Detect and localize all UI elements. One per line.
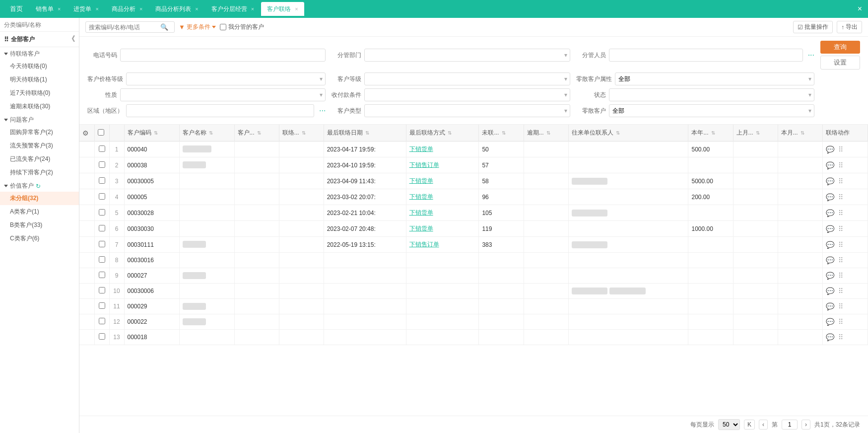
reset-button[interactable]: 设置 bbox=[820, 56, 860, 70]
grid-action-icon[interactable]: ⠿ bbox=[838, 272, 843, 280]
close-analysis-list-tab[interactable]: × bbox=[195, 6, 198, 12]
filter-payment-select[interactable] bbox=[364, 88, 570, 101]
filter-price-select[interactable] bbox=[126, 72, 326, 85]
close-purchase-tab[interactable]: × bbox=[95, 6, 98, 12]
th-this-month[interactable]: 本月... ⇅ bbox=[778, 125, 822, 142]
th-associate-contact[interactable]: 往来单位联系人 ⇅ bbox=[568, 125, 688, 142]
sidebar-item-churn-warning[interactable]: 流失预警客户(3) bbox=[0, 139, 79, 152]
td-checkbox[interactable] bbox=[94, 205, 109, 221]
td-last-method[interactable]: 下销货单 bbox=[406, 189, 479, 205]
grid-action-icon[interactable]: ⠿ bbox=[838, 318, 843, 326]
sidebar-all-customers[interactable]: ⠿ 全部客户 《 bbox=[0, 32, 79, 47]
filter-manager-input[interactable] bbox=[609, 49, 803, 62]
phone-action-icon[interactable]: 💬 bbox=[826, 318, 834, 326]
last-method-link[interactable]: 下销售订单 bbox=[409, 241, 439, 248]
grid-action-icon[interactable]: ⠿ bbox=[838, 209, 843, 217]
filter-nature-select[interactable] bbox=[120, 88, 326, 101]
select-all-checkbox[interactable] bbox=[98, 129, 104, 136]
row-checkbox[interactable] bbox=[99, 177, 105, 184]
row-checkbox[interactable] bbox=[99, 333, 105, 340]
filter-nature-select-wrap[interactable] bbox=[120, 88, 326, 101]
grid-action-icon[interactable]: ⠿ bbox=[838, 302, 843, 310]
last-method-link[interactable]: 下销货单 bbox=[409, 177, 433, 184]
filter-retail-attr-select-wrap[interactable]: 全部 bbox=[615, 72, 814, 85]
close-analysis-tab[interactable]: × bbox=[139, 6, 142, 12]
filter-cust-level-select[interactable] bbox=[364, 72, 570, 85]
sidebar-group-value[interactable]: 价值客户 ↻ bbox=[0, 179, 79, 192]
td-last-method[interactable]: 下销售订单 bbox=[406, 237, 479, 253]
phone-action-icon[interactable]: 💬 bbox=[826, 161, 834, 169]
grid-action-icon[interactable]: ⠿ bbox=[838, 287, 843, 295]
phone-action-icon[interactable]: 💬 bbox=[826, 256, 834, 264]
th-last-date[interactable]: 最后联络日期 ⇅ bbox=[324, 125, 406, 142]
phone-action-icon[interactable]: 💬 bbox=[826, 177, 834, 185]
td-checkbox[interactable] bbox=[94, 173, 109, 189]
phone-action-icon[interactable]: 💬 bbox=[826, 209, 834, 217]
next-page-button[interactable]: › bbox=[801, 420, 810, 430]
td-checkbox[interactable] bbox=[94, 157, 109, 173]
nav-tab-analysis-list[interactable]: 商品分析列表 × bbox=[149, 2, 204, 16]
td-checkbox[interactable] bbox=[94, 314, 109, 330]
row-checkbox[interactable] bbox=[99, 209, 105, 216]
th-this-year[interactable]: 本年... ⇅ bbox=[688, 125, 733, 142]
phone-action-icon[interactable]: 💬 bbox=[826, 302, 834, 310]
sidebar-search-input[interactable] bbox=[4, 21, 78, 28]
sidebar-item-group-a[interactable]: A类客户(1) bbox=[0, 205, 79, 218]
row-checkbox[interactable] bbox=[99, 256, 105, 263]
sidebar-group-waiting[interactable]: 待联络客户 bbox=[0, 47, 79, 60]
main-search-input[interactable] bbox=[89, 24, 158, 31]
phone-action-icon[interactable]: 💬 bbox=[826, 241, 834, 249]
sidebar-group-problem[interactable]: 问题客户 bbox=[0, 113, 79, 126]
phone-action-icon[interactable]: 💬 bbox=[826, 272, 834, 280]
th-overdue[interactable]: 逾期... ⇅ bbox=[524, 125, 568, 142]
nav-tab-purchase[interactable]: 进货单 × bbox=[67, 2, 104, 16]
row-checkbox[interactable] bbox=[99, 318, 105, 324]
my-customers-filter[interactable]: 我分管的客户 bbox=[220, 23, 264, 31]
phone-action-icon[interactable]: 💬 bbox=[826, 225, 834, 233]
filter-dept-select-wrap[interactable] bbox=[364, 49, 570, 62]
td-last-method[interactable]: 下销售订单 bbox=[406, 157, 479, 173]
sidebar-item-lost[interactable]: 已流失客户(24) bbox=[0, 152, 79, 166]
sidebar-item-unclassified[interactable]: 未分组(32) bbox=[0, 192, 79, 205]
sidebar-item-declining[interactable]: 持续下滑客户(2) bbox=[0, 166, 79, 179]
close-customer-tier-tab[interactable]: × bbox=[251, 6, 254, 12]
phone-action-icon[interactable]: 💬 bbox=[826, 145, 834, 153]
filter-payment-select-wrap[interactable] bbox=[364, 88, 570, 101]
close-sales-tab[interactable]: × bbox=[58, 6, 61, 12]
td-last-method[interactable]: 下销货单 bbox=[406, 205, 479, 221]
filter-price-select-wrap[interactable] bbox=[126, 72, 326, 85]
row-checkbox[interactable] bbox=[99, 161, 105, 168]
gear-icon[interactable]: ⚙ bbox=[82, 129, 89, 137]
td-checkbox[interactable] bbox=[94, 189, 109, 205]
close-customer-contact-tab[interactable]: × bbox=[295, 6, 298, 12]
filter-status-select[interactable] bbox=[609, 88, 814, 101]
grid-action-icon[interactable]: ⠿ bbox=[838, 256, 843, 264]
td-last-method[interactable]: 下销货单 bbox=[406, 173, 479, 189]
td-checkbox[interactable] bbox=[94, 284, 109, 299]
sidebar-item-group-b[interactable]: B类客户(33) bbox=[0, 218, 79, 232]
grid-action-icon[interactable]: ⠿ bbox=[838, 161, 843, 169]
sidebar-item-group-c[interactable]: C类客户(6) bbox=[0, 232, 79, 245]
sidebar-item-tomorrow[interactable]: 明天待联络(1) bbox=[0, 73, 79, 86]
last-method-link[interactable]: 下销货单 bbox=[409, 209, 433, 216]
nav-tab-customer-tier[interactable]: 客户分层经营 × bbox=[205, 2, 260, 16]
td-last-method[interactable]: 下销货单 bbox=[406, 142, 479, 157]
td-checkbox[interactable] bbox=[94, 253, 109, 268]
sidebar-item-unusual[interactable]: 固购异常客户(2) bbox=[0, 126, 79, 139]
th-contact-person[interactable]: 联络... ⇅ bbox=[279, 125, 324, 142]
th-last-method[interactable]: 最后联络方式 ⇅ bbox=[406, 125, 479, 142]
row-checkbox[interactable] bbox=[99, 193, 105, 200]
more-conditions-button[interactable]: ▼ 更多条件 bbox=[179, 23, 216, 31]
row-checkbox[interactable] bbox=[99, 272, 105, 278]
row-checkbox[interactable] bbox=[99, 145, 105, 152]
th-last-month[interactable]: 上月... ⇅ bbox=[733, 125, 778, 142]
last-method-link[interactable]: 下销售订单 bbox=[409, 161, 439, 168]
filter-retail-attr-select[interactable]: 全部 bbox=[615, 72, 814, 85]
th-checkbox[interactable] bbox=[94, 125, 109, 142]
td-checkbox[interactable] bbox=[94, 330, 109, 345]
grid-action-icon[interactable]: ⠿ bbox=[838, 177, 843, 185]
th-unlink-days[interactable]: 未联... ⇅ bbox=[479, 125, 524, 142]
phone-action-icon[interactable]: 💬 bbox=[826, 333, 834, 341]
last-method-link[interactable]: 下销货单 bbox=[409, 145, 433, 152]
manager-dots-button[interactable]: ··· bbox=[808, 51, 814, 60]
